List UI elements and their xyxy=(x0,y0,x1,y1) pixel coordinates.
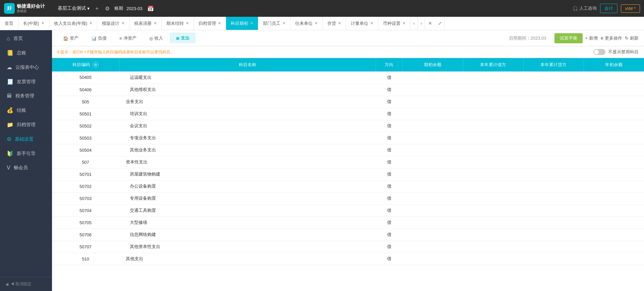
tab-expand-btn[interactable]: ⤢ xyxy=(435,17,445,30)
sidebar-item-settle[interactable]: 💰 结账 xyxy=(0,103,52,117)
cell-name: 其他业务支出 xyxy=(119,144,376,156)
cell-balance xyxy=(402,229,463,241)
table-row[interactable]: 50707 其他资本性支出 借 xyxy=(52,241,644,253)
refresh-button[interactable]: ↻ 刷新 xyxy=(625,35,639,41)
table-row[interactable]: 507 资本性支出 借 xyxy=(52,156,644,168)
iam-button[interactable]: iAM * xyxy=(621,4,640,13)
sub-tab-net-asset[interactable]: ≡ 净资产 xyxy=(114,33,142,43)
table-row[interactable]: 50703 专用设备购置 借 xyxy=(52,192,644,204)
cell-dir: 借 xyxy=(376,108,402,120)
tab-home[interactable]: 首页 xyxy=(0,17,18,30)
close-icon[interactable]: ✕ xyxy=(121,21,124,26)
sidebar-item-home[interactable]: ⌂ 首页 xyxy=(0,32,52,46)
sidebar-item-report[interactable]: ☁ 云报表中心 xyxy=(0,60,52,75)
table-row[interactable]: 50706 信息网络购建 借 xyxy=(52,229,644,241)
close-icon[interactable]: ✕ xyxy=(154,21,157,26)
table-row[interactable]: 505 业务支出 借 xyxy=(52,96,644,108)
cell-name: 专用设备购置 xyxy=(119,192,376,204)
cell-dir: 借 xyxy=(376,229,402,241)
add-button[interactable]: + 新增 xyxy=(585,35,598,41)
more-actions-button[interactable]: ⊕ 更多操作 xyxy=(600,35,623,41)
close-icon[interactable]: ✕ xyxy=(89,21,92,26)
sub-tab-expense[interactable]: ⊕ 支出 xyxy=(170,33,195,43)
table-row[interactable]: 50504 其他业务支出 借 xyxy=(52,144,644,156)
table-row[interactable]: 50406 其他维权支出 借 xyxy=(52,84,644,96)
sidebar-collapse-btn[interactable]: ◀ ◀ 取消固定 xyxy=(0,277,52,291)
tab-mid-period[interactable]: 长(中期) ✕ xyxy=(18,17,49,30)
table-row[interactable]: 50704 交通工具购置 借 xyxy=(52,204,644,216)
sidebar-item-ledger[interactable]: 📒 总账 xyxy=(0,46,52,60)
table-row[interactable]: 50701 房屋建筑物购建 借 xyxy=(52,168,644,180)
gear-icon[interactable]: ⚙ xyxy=(93,62,99,68)
cell-credit xyxy=(523,84,584,96)
close-icon[interactable]: ✕ xyxy=(282,21,285,26)
table-row[interactable]: 50503 专项业务支出 借 xyxy=(52,132,644,144)
cell-debit xyxy=(463,204,523,216)
table-row[interactable]: 50705 大型修缮 借 xyxy=(52,216,644,229)
account-button[interactable]: 会计 xyxy=(600,4,618,13)
tab-unit[interactable]: 计量单位 ✕ xyxy=(346,17,378,30)
tab-department[interactable]: 部门员工 ✕ xyxy=(258,17,290,30)
sidebar-item-archive[interactable]: 📁 归档管理 xyxy=(0,117,52,132)
sidebar-label-report: 云报表中心 xyxy=(15,64,39,70)
tab-tax-form[interactable]: 税表清册 ✕ xyxy=(129,17,162,30)
sub-tab-liability[interactable]: 📊 负债 xyxy=(86,33,112,43)
sub-tab-income[interactable]: ◎ 收入 xyxy=(144,33,169,43)
table-row[interactable]: 510 其他支出 借 xyxy=(52,253,644,265)
company-selector[interactable]: 基层工会测试 ▾ xyxy=(58,5,90,11)
cell-name: 房屋建筑物购建 xyxy=(119,168,376,180)
cell-balance xyxy=(402,96,463,108)
sidebar-label-settle: 结账 xyxy=(17,107,26,113)
sub-tab-asset[interactable]: 🏠 资产 xyxy=(57,33,84,43)
data-table-container: 科目编码 ⚙ 科目名称 方向 期初余额 本年累计借方 本年累计贷方 年初余额 5… xyxy=(52,58,644,291)
tab-income-report[interactable]: 收入支出表(年报) ✕ xyxy=(49,17,98,30)
cell-dir: 借 xyxy=(376,144,402,156)
help-button[interactable]: 🎧 人工咨询 xyxy=(573,5,597,11)
sidebar-item-member[interactable]: V 畅会员 xyxy=(0,161,52,175)
sidebar-item-invoice[interactable]: 🧾 发票管理 xyxy=(0,75,52,89)
tab-currency[interactable]: 币种设置 ✕ xyxy=(378,17,411,30)
table-row[interactable]: 50501 培训支出 借 xyxy=(52,108,644,120)
disable-toggle[interactable] xyxy=(593,49,605,55)
close-icon[interactable]: ✕ xyxy=(41,21,44,26)
close-icon[interactable]: ✕ xyxy=(250,21,253,26)
close-icon[interactable]: ✕ xyxy=(402,21,406,26)
tab-next-btn[interactable]: › xyxy=(418,17,425,30)
tab-period-close[interactable]: 期末结转 ✕ xyxy=(162,17,194,30)
table-row[interactable]: 50702 办公设备购置 借 xyxy=(52,180,644,192)
cell-debit xyxy=(463,180,523,192)
collapse-label: ◀ 取消固定 xyxy=(10,281,32,287)
cell-balance xyxy=(402,84,463,96)
tab-prev-btn[interactable]: ‹ xyxy=(411,17,418,30)
sidebar-item-guide[interactable]: 🔰 新手引导 xyxy=(0,146,52,161)
sidebar-label-settings: 基础设置 xyxy=(15,136,34,142)
close-icon[interactable]: ✕ xyxy=(218,21,221,26)
balance-button[interactable]: 试算平衡 xyxy=(554,33,583,43)
col-header-credit: 本年累计贷方 xyxy=(523,58,584,71)
cell-yearly xyxy=(584,156,644,168)
sidebar-label-member: 畅会员 xyxy=(14,165,28,171)
table-row[interactable]: 50405 运温暖支出 借 xyxy=(52,71,644,84)
sidebar-item-tax[interactable]: 🏛 税务管理 xyxy=(0,89,52,103)
cell-debit xyxy=(463,253,523,265)
close-icon[interactable]: ✕ xyxy=(315,21,318,26)
calendar-icon[interactable]: 📅 xyxy=(146,4,155,13)
info-icon: ℹ xyxy=(57,50,59,54)
tab-template[interactable]: 模版设计 ✕ xyxy=(97,17,129,30)
tab-close-all-btn[interactable]: ✕ xyxy=(425,17,435,30)
close-icon[interactable]: ✕ xyxy=(186,21,189,26)
tab-archive[interactable]: 归档管理 ✕ xyxy=(194,17,226,30)
app-title: 畅捷通好会计 xyxy=(17,3,45,9)
tab-contacts[interactable]: 往来单位 ✕ xyxy=(290,17,323,30)
hint-toolbar: ℹ 提示：按Ctrl + F键并输入科目编码或者科目名称可以查找科目。 不显示禁… xyxy=(52,46,644,58)
top-center: 基层工会测试 ▾ ＋ ⚙ 账期 2023-03 📅 xyxy=(58,4,569,13)
close-icon[interactable]: ✕ xyxy=(338,21,341,26)
close-icon[interactable]: ✕ xyxy=(370,21,373,26)
cell-debit xyxy=(463,71,523,84)
table-row[interactable]: 50502 会议支出 借 xyxy=(52,120,644,132)
tab-inventory[interactable]: 存货 ✕ xyxy=(323,17,346,30)
add-tab-btn[interactable]: ＋ xyxy=(93,4,101,13)
sidebar-item-settings[interactable]: ⚙ 基础设置 xyxy=(0,132,52,146)
tab-subject-init[interactable]: 科目期初 ✕ xyxy=(226,17,258,30)
settings-icon[interactable]: ⚙ xyxy=(104,4,111,13)
